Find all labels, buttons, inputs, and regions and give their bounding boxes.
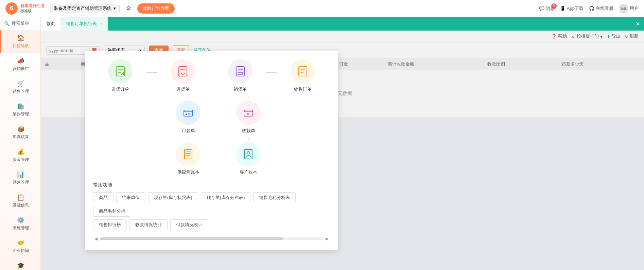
message-badge: 5 (551, 3, 557, 9)
system-name: 装备及固定资产辅助管理系统 (54, 5, 111, 12)
app-download-button[interactable]: 📱 App下载 (560, 5, 584, 12)
brand-name: 畅康通好生意 (20, 3, 45, 9)
flow-node-purchase-bill[interactable]: 进货单 (156, 59, 210, 92)
func-btn-partner[interactable]: 往来单位 (116, 192, 145, 203)
sidebar-item-purchase[interactable]: 🛍️ 采购管理 (0, 98, 40, 121)
arrow-sales-order-to-bill: - - -→ (266, 68, 277, 84)
purchase-bill-icon (171, 59, 195, 84)
sidebar-item-sales[interactable]: 🛒 销售管理 (0, 76, 40, 98)
supplier-ledger-label: 供应商账本 (177, 169, 199, 175)
search-menu-label: 搜索菜单 (12, 20, 29, 26)
sidebar-item-label: 经营管理 (13, 180, 29, 185)
avatar: Ea (619, 4, 628, 13)
content-area: ❓ 帮助 🖨 按模板打印 ▾ ⬆ 导出 ↻ 刷新 📅 (41, 31, 644, 270)
search-menu-button[interactable]: 🔍 搜索菜单 (0, 17, 40, 30)
supplier-ledger-icon (176, 142, 201, 166)
sidebar: 🔍 搜索菜单 🏠 快捷导航 📣 营销推广 🛒 销售管理 🛍️ 采购管理 📦 库存… (0, 17, 41, 270)
system-selector[interactable]: 装备及固定资产辅助管理系统 ▾ (50, 4, 120, 13)
modal-overlay[interactable]: 进货订单 - - -→ 进货单 (41, 31, 644, 270)
sidebar-item-label: 营销推广 (13, 66, 29, 72)
online-service-label: 在线客服 (596, 5, 613, 12)
func-btn-product[interactable]: 商品 (93, 192, 114, 203)
tab-close-icon[interactable]: × (100, 21, 103, 26)
svg-point-17 (186, 114, 187, 115)
func-btn-payment-stat[interactable]: 付款情况统计 (170, 219, 208, 230)
search-icon: 🔍 (4, 21, 10, 26)
flow-node-payment[interactable]: ¥ 付款单 (176, 101, 201, 134)
top-header: 6 畅康通好生意 标准版 装备及固定资产辅助管理系统 ▾ ⚙ 体验行业方案 💬 … (0, 0, 644, 17)
sidebar-item-label: 资金管理 (13, 157, 29, 163)
sidebar-item-label: 快捷导航 (13, 43, 29, 49)
sidebar-item-system[interactable]: ⚙️ 系统管理 (0, 212, 40, 235)
settings-button[interactable]: ⚙ (124, 4, 133, 13)
flow-node-receipt[interactable]: ¥ 收款单 (236, 101, 261, 134)
tab-sales-order-label: 销售订单执行表 (66, 21, 97, 27)
func-buttons-row1: 商品 往来单位 现存量(库存状况表) 现存量(库存分布表) 销售毛利分析表 商品… (93, 192, 330, 217)
quick-nav-modal: 进货订单 - - -→ 进货单 (85, 51, 338, 250)
arrow-down-to-supplier: ↓ (187, 135, 190, 141)
modal-scrollbar[interactable] (100, 237, 323, 240)
flow-node-purchase-order[interactable]: 进货订单 (93, 59, 147, 92)
func-btn-stock-dist[interactable]: 现存量(库存分布表) (201, 192, 251, 203)
purchase-icon: 🛍️ (17, 103, 24, 110)
online-service-button[interactable]: 🎧 在线客服 (589, 5, 613, 12)
logo-area: 6 畅康通好生意 标准版 (5, 2, 46, 15)
message-button[interactable]: 💬 消息 5 (539, 5, 555, 12)
main-area: 首页 销售订单执行表 × ✕ ❓ 帮助 🖨 按模板打印 ▾ ⬆ 导出 (41, 17, 644, 270)
func-buttons-row2: 销售排行榜 收款情况统计 付款情况统计 (93, 219, 330, 230)
tab-home[interactable]: 首页 (41, 17, 60, 31)
payment-label: 付款单 (182, 128, 195, 134)
func-btn-receipt-stat[interactable]: 收款情况统计 (129, 219, 168, 230)
finance-icon: 💰 (17, 148, 24, 156)
sales-icon: 🛒 (17, 80, 24, 87)
flow-node-sales-order[interactable]: 销售订单 (276, 59, 330, 92)
scroll-left-icon[interactable]: ◀ (93, 236, 99, 242)
func-btn-stock-status[interactable]: 现存量(库存状况表) (148, 192, 198, 203)
flow-receipt-col: ↓ ¥ 收款单 ↓ 客户账本 (221, 92, 276, 175)
tab-sales-order-exec[interactable]: 销售订单执行表 × (60, 17, 108, 31)
sidebar-item-cooperation[interactable]: 🤝 企业协同 (0, 235, 40, 258)
flow-top-row: 进货订单 - - -→ 进货单 (93, 59, 330, 92)
svg-rect-10 (238, 72, 243, 75)
scroll-right-icon[interactable]: ▶ (324, 236, 330, 242)
app-download-label: App下载 (567, 5, 584, 12)
flow-middle: ↓ ¥ 付款单 ↓ 供应商账本 (93, 92, 330, 175)
header-right: 💬 消息 5 📱 App下载 🎧 在线客服 Ea 用户 (539, 4, 639, 13)
flow-node-customer-ledger[interactable]: 客户账本 (236, 142, 261, 175)
tab-bar-close-button[interactable]: ✕ (636, 21, 640, 27)
operations-icon: 📊 (17, 171, 24, 178)
logo-icon: 6 (5, 2, 18, 15)
scrollbar-thumb (100, 237, 283, 240)
headset-icon: 🎧 (589, 6, 594, 11)
basic-info-icon: 📋 (17, 194, 24, 201)
flow-node-supplier-ledger[interactable]: 供应商账本 (176, 142, 201, 175)
sidebar-item-label: 系统管理 (13, 225, 29, 231)
sales-order-label: 销售订单 (294, 86, 312, 92)
sidebar-item-operations[interactable]: 📊 经营管理 (0, 167, 40, 190)
common-functions-section: 常用功能 商品 往来单位 现存量(库存状况表) 现存量(库存分布表) 销售毛利分… (93, 182, 330, 230)
func-btn-product-gross[interactable]: 商品毛利分析 (93, 206, 131, 217)
sidebar-item-basic-info[interactable]: 📋 基础信息 (0, 190, 40, 212)
trial-button[interactable]: 体验行业方案 (137, 3, 175, 14)
arrow-down-to-receipt: ↓ (247, 94, 250, 99)
tabs-bar: 首页 销售订单执行表 × ✕ (41, 17, 644, 31)
purchase-order-label: 进货订单 (111, 86, 129, 92)
sales-bill-icon (228, 59, 253, 84)
marketing-icon: 📣 (17, 57, 24, 65)
sidebar-item-inventory[interactable]: 📦 库存核算 (0, 121, 40, 144)
sidebar-item-marketing[interactable]: 📣 营销推广 (0, 53, 40, 76)
user-menu[interactable]: Ea 用户 (619, 4, 639, 13)
svg-rect-11 (299, 67, 307, 76)
sidebar-item-newbie[interactable]: 🎓 新手引导 (0, 258, 40, 270)
customer-ledger-label: 客户账本 (240, 169, 257, 175)
func-btn-sales-rank[interactable]: 销售排行榜 (93, 219, 127, 230)
home-icon: 🏠 (17, 34, 24, 42)
svg-text:¥: ¥ (247, 112, 249, 116)
purchase-bill-label: 进货单 (176, 86, 190, 92)
sidebar-item-finance[interactable]: 💰 资金管理 (0, 144, 40, 167)
svg-point-28 (247, 151, 250, 154)
modal-scroll-row: ◀ ▶ (93, 236, 330, 242)
flow-node-sales-bill[interactable]: 销货单 (213, 59, 267, 92)
sidebar-item-quick-nav[interactable]: 🏠 快捷导航 (0, 30, 40, 53)
func-btn-sales-gross[interactable]: 销售毛利分析表 (253, 192, 296, 203)
